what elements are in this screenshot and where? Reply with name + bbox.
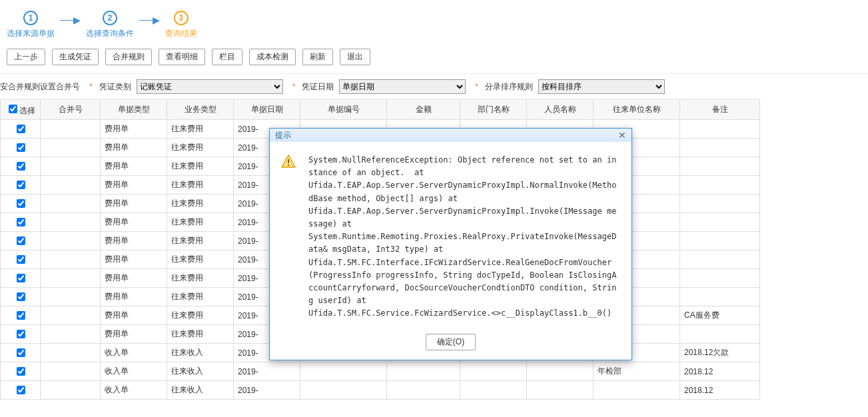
cell-dept: [460, 362, 527, 381]
ok-button[interactable]: 确定(O): [426, 334, 476, 350]
row-checkbox[interactable]: [17, 348, 25, 357]
table-row[interactable]: 收入单往来收入2019-2018.12: [1, 381, 760, 400]
cell-remark: CA服务费: [680, 306, 760, 325]
sort-rule-select[interactable]: 按科目排序: [538, 79, 665, 94]
cell-biz-type: 往来费用: [167, 325, 234, 344]
col-doc-type: 单据类型: [101, 100, 167, 120]
cell-doc-type: 费用单: [101, 157, 167, 176]
cell-remark: 2018.12: [680, 381, 760, 400]
col-dept: 部门名称: [460, 100, 527, 120]
col-doc-date: 单据日期: [234, 100, 300, 120]
wizard-steps: 1 选择来源单据 ──▶ 2 选择查询条件 ──▶ 3 查询结果: [0, 0, 868, 43]
col-doc-no: 单据编号: [300, 100, 387, 120]
row-checkbox[interactable]: [17, 255, 25, 264]
voucher-type-select[interactable]: 记账凭证: [137, 79, 283, 94]
voucher-date-select[interactable]: 单据日期: [339, 79, 466, 94]
row-checkbox[interactable]: [17, 311, 25, 320]
close-icon[interactable]: ✕: [618, 130, 626, 141]
cell-remark: [680, 120, 760, 139]
cell-remark: [680, 232, 760, 250]
row-checkbox[interactable]: [17, 367, 25, 376]
row-checkbox[interactable]: [17, 125, 25, 133]
cell-merge-no: [41, 306, 101, 325]
cell-merge-no: [41, 195, 101, 213]
step-1-label: 选择来源单据: [7, 28, 55, 39]
refresh-button[interactable]: 刷新: [302, 49, 333, 65]
required-marker: *: [475, 82, 478, 91]
cell-doc-no: [300, 362, 387, 381]
cell-doc-date: 2019-: [234, 362, 300, 381]
cell-biz-type: 往来费用: [167, 120, 234, 139]
select-all-checkbox[interactable]: [9, 105, 17, 113]
cell-merge-no: [41, 176, 101, 195]
step-2-label: 选择查询条件: [86, 28, 134, 39]
row-checkbox[interactable]: [17, 236, 25, 245]
generate-voucher-button[interactable]: 生成凭证: [52, 49, 99, 65]
cell-merge-no: [41, 269, 101, 288]
cell-remark: [680, 213, 760, 232]
cell-merge-no: [41, 157, 101, 176]
cell-biz-type: 往来费用: [167, 213, 234, 232]
row-checkbox[interactable]: [17, 143, 25, 152]
cell-remark: [680, 157, 760, 176]
view-detail-button[interactable]: 查看明细: [159, 49, 205, 65]
cell-remark: [680, 269, 760, 288]
cell-doc-type: 费用单: [101, 195, 167, 213]
row-checkbox[interactable]: [17, 330, 25, 338]
cell-remark: [680, 250, 760, 269]
step-3-label: 查询结果: [165, 28, 197, 39]
table-row[interactable]: 收入单往来收入2019-年检部2018.12: [1, 362, 760, 381]
row-checkbox[interactable]: [17, 162, 25, 171]
cell-biz-type: 往来收入: [167, 362, 234, 381]
row-checkbox[interactable]: [17, 199, 25, 208]
cell-doc-type: 费用单: [101, 250, 167, 269]
step-1[interactable]: 1 选择来源单据: [7, 11, 55, 39]
sort-rule-label: 分录排序规则: [485, 81, 533, 93]
step-2-num: 2: [108, 13, 113, 23]
cell-doc-no: [300, 381, 387, 400]
cell-person: [527, 381, 594, 400]
cell-remark: 2018.12: [680, 362, 760, 381]
dialog-titlebar[interactable]: 提示 ✕: [270, 129, 632, 142]
merge-rule-button[interactable]: 合并规则: [105, 49, 152, 65]
cell-doc-type: 费用单: [101, 325, 167, 344]
row-checkbox[interactable]: [17, 181, 25, 189]
cell-merge-no: [41, 213, 101, 232]
row-checkbox[interactable]: [17, 292, 25, 301]
arrow-icon: ──▶: [60, 15, 81, 25]
row-checkbox[interactable]: [17, 274, 25, 282]
column-button[interactable]: 栏目: [212, 49, 242, 65]
required-marker: *: [292, 82, 296, 91]
row-checkbox[interactable]: [17, 386, 25, 394]
cell-amount: [387, 362, 460, 381]
cost-check-button[interactable]: 成本检测: [249, 49, 296, 65]
cell-doc-type: 收入单: [101, 362, 167, 381]
cell-remark: [680, 139, 760, 157]
col-person: 人员名称: [527, 100, 594, 120]
prev-button[interactable]: 上一步: [7, 49, 45, 65]
warning-icon: [280, 154, 299, 322]
cell-doc-type: 费用单: [101, 139, 167, 157]
cell-merge-no: [41, 288, 101, 306]
step-3-num: 3: [179, 13, 183, 23]
cell-dept: [460, 381, 527, 400]
cell-doc-type: 费用单: [101, 120, 167, 139]
cell-biz-type: 往来费用: [167, 232, 234, 250]
voucher-type-label: 凭证类别: [99, 81, 131, 93]
arrow-icon: ──▶: [139, 15, 160, 25]
cell-remark: [680, 288, 760, 306]
cell-doc-type: 收入单: [101, 381, 167, 400]
cell-biz-type: 往来收入: [167, 344, 234, 362]
svg-rect-1: [288, 165, 289, 166]
row-checkbox[interactable]: [17, 218, 25, 226]
step-3: 3 查询结果: [165, 11, 197, 39]
cell-merge-no: [41, 325, 101, 344]
cell-merge-no: [41, 344, 101, 362]
cell-partner: [594, 381, 680, 400]
step-2[interactable]: 2 选择查询条件: [86, 11, 134, 39]
exit-button[interactable]: 退出: [340, 49, 370, 65]
cell-merge-no: [41, 120, 101, 139]
cell-biz-type: 往来费用: [167, 139, 234, 157]
col-partner: 往来单位名称: [594, 100, 680, 120]
voucher-date-label: 凭证日期: [302, 81, 334, 93]
